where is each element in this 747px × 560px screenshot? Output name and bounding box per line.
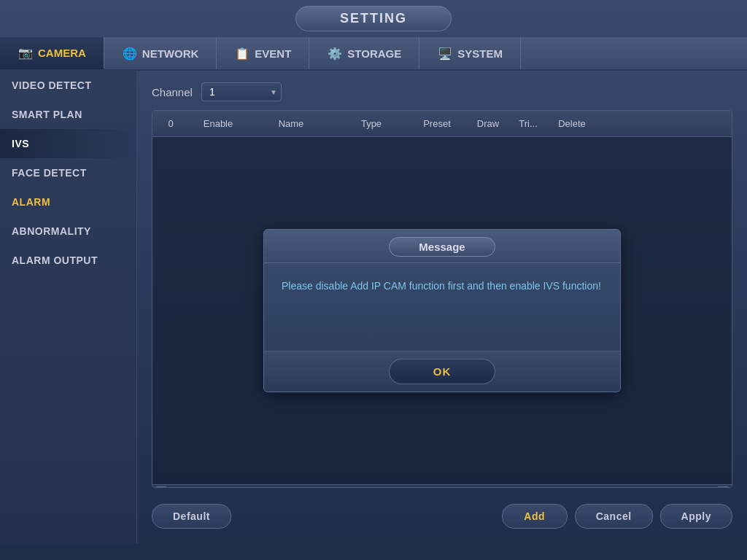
col-tri: Tri... bbox=[510, 115, 546, 132]
bottom-row: Default Add Cancel Apply bbox=[152, 497, 732, 532]
cancel-button[interactable]: Cancel bbox=[575, 504, 653, 529]
scroll-right-arrow[interactable]: ▶ bbox=[717, 486, 729, 489]
table-header: 0 Enable Name Type Preset Draw Tri... De… bbox=[152, 111, 732, 137]
dialog-body: Please disable Add IP CAM function first… bbox=[264, 263, 620, 351]
dialog-footer: OK bbox=[264, 351, 620, 392]
sidebar-item-smart-plan[interactable]: SMART PLAN bbox=[0, 100, 136, 129]
tab-storage[interactable]: ⚙️ STORAGE bbox=[309, 37, 419, 69]
page-title: SETTING bbox=[295, 6, 452, 31]
horizontal-scrollbar[interactable]: ◀ ▶ bbox=[152, 484, 732, 488]
tab-nav: 📷 CAMERA 🌐 NETWORK 📋 EVENT ⚙️ STORAGE 🖥️… bbox=[0, 37, 747, 71]
col-type: Type bbox=[335, 115, 408, 132]
table-body: Message Please disable Add IP CAM functi… bbox=[152, 137, 732, 484]
channel-select[interactable]: 1 2 3 4 bbox=[201, 82, 282, 101]
dialog-box: Message Please disable Add IP CAM functi… bbox=[263, 229, 621, 392]
tab-network[interactable]: 🌐 NETWORK bbox=[104, 37, 217, 69]
sidebar: VIDEO DETECT SMART PLAN IVS FACE DETECT … bbox=[0, 71, 137, 543]
dialog-message: Please disable Add IP CAM function first… bbox=[282, 278, 603, 294]
channel-label: Channel bbox=[152, 86, 193, 98]
col-preset: Preset bbox=[408, 115, 466, 132]
default-button[interactable]: Default bbox=[152, 504, 231, 529]
scroll-left-arrow[interactable]: ◀ bbox=[155, 486, 167, 489]
tab-event-label: EVENT bbox=[255, 47, 291, 60]
title-bar: SETTING bbox=[0, 0, 747, 37]
dialog-overlay: Message Please disable Add IP CAM functi… bbox=[152, 137, 732, 484]
dialog-title-bar: Message bbox=[264, 230, 620, 263]
tab-event[interactable]: 📋 EVENT bbox=[217, 37, 309, 69]
ok-button[interactable]: OK bbox=[389, 359, 496, 384]
sidebar-item-alarm-output[interactable]: ALARM OUTPUT bbox=[0, 246, 136, 275]
col-enable: Enable bbox=[189, 115, 247, 132]
network-icon: 🌐 bbox=[122, 45, 138, 61]
content-panel: Channel 1 2 3 4 0 Enable Name Type Prese… bbox=[137, 71, 747, 543]
storage-icon: ⚙️ bbox=[327, 45, 343, 61]
add-button[interactable]: Add bbox=[502, 504, 568, 529]
sidebar-item-video-detect[interactable]: VIDEO DETECT bbox=[0, 71, 136, 100]
sidebar-item-ivs[interactable]: IVS bbox=[0, 129, 136, 158]
apply-button[interactable]: Apply bbox=[660, 504, 732, 529]
event-icon: 📋 bbox=[234, 45, 250, 61]
tab-system[interactable]: 🖥️ SYSTEM bbox=[419, 37, 521, 69]
bottom-right-buttons: Add Cancel Apply bbox=[502, 504, 732, 529]
sidebar-item-face-detect[interactable]: FACE DETECT bbox=[0, 158, 136, 187]
col-0: 0 bbox=[152, 115, 189, 132]
dialog-title: Message bbox=[389, 237, 495, 257]
sidebar-item-alarm[interactable]: ALARM bbox=[0, 187, 136, 217]
table-area: 0 Enable Name Type Preset Draw Tri... De… bbox=[152, 110, 732, 488]
col-delete: Delete bbox=[546, 115, 597, 132]
col-draw: Draw bbox=[466, 115, 510, 132]
tab-network-label: NETWORK bbox=[142, 47, 199, 60]
tab-storage-label: STORAGE bbox=[347, 47, 401, 60]
channel-row: Channel 1 2 3 4 bbox=[152, 82, 732, 101]
tab-system-label: SYSTEM bbox=[457, 47, 503, 60]
col-name: Name bbox=[247, 115, 335, 132]
tab-camera-label: CAMERA bbox=[38, 47, 86, 59]
main-content: VIDEO DETECT SMART PLAN IVS FACE DETECT … bbox=[0, 71, 747, 543]
sidebar-item-abnormality[interactable]: ABNORMALITY bbox=[0, 217, 136, 246]
system-icon: 🖥️ bbox=[437, 45, 453, 61]
camera-icon: 📷 bbox=[18, 44, 34, 61]
channel-select-wrap: 1 2 3 4 bbox=[201, 82, 282, 101]
tab-camera[interactable]: 📷 CAMERA bbox=[0, 37, 104, 69]
